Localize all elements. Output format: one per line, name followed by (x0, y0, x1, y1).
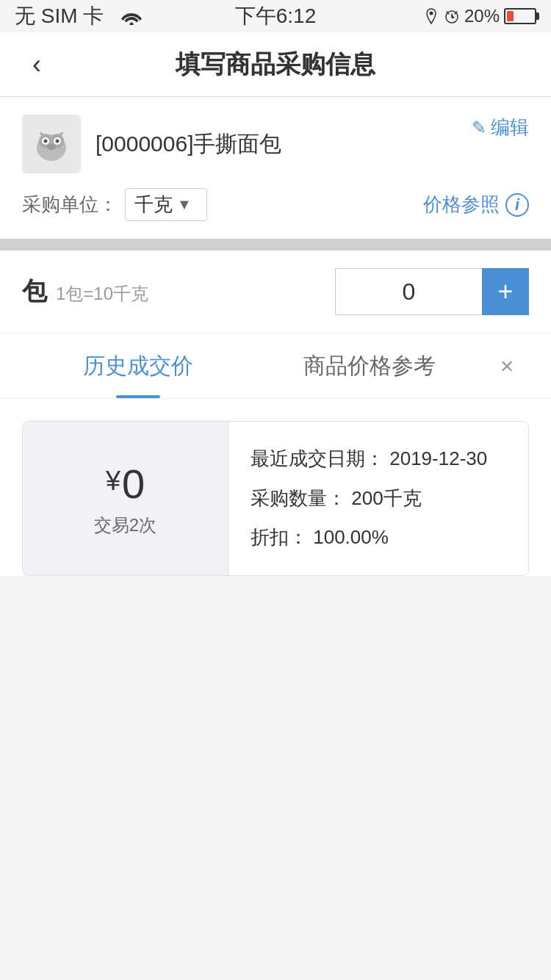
status-right-icons: 20% (423, 6, 536, 26)
edit-icon: ✎ (472, 118, 486, 138)
unit-select[interactable]: 千克 ▼ (125, 188, 207, 221)
status-carrier: 无 SIM 卡 (15, 2, 142, 30)
nav-bar: ‹ 填写商品采购信息 (0, 32, 551, 97)
history-price-display: ¥ 0 (106, 460, 145, 508)
main-content-area (0, 598, 551, 980)
quantity-plus-button[interactable]: + (482, 268, 529, 315)
purchase-quantity-row: 采购数量： 200千克 (251, 483, 506, 514)
product-card: [0000006]手撕面包 ✎ 编辑 采购单位： 千克 ▼ 价格参照 i (0, 97, 551, 239)
product-logo (29, 122, 73, 166)
status-time: 下午6:12 (235, 2, 317, 30)
quantity-conversion: 1包=10千克 (56, 282, 148, 306)
product-name: [0000006]手撕面包 (96, 129, 472, 159)
tab-close-button[interactable]: × (485, 344, 529, 388)
svg-point-9 (56, 140, 60, 143)
tab-active-indicator (116, 395, 160, 398)
quantity-row: 包 1包=10千克 + (0, 251, 551, 334)
price-reference-button[interactable]: 价格参照 i (423, 192, 529, 217)
currency-symbol: ¥ (106, 466, 120, 497)
quantity-unit: 包 (22, 275, 47, 309)
tab-product-price-ref[interactable]: 商品价格参考 (253, 334, 485, 398)
battery-icon (504, 8, 536, 24)
recent-date-row: 最近成交日期： 2019-12-30 (251, 444, 506, 475)
unit-label: 采购单位： 千克 ▼ (22, 188, 207, 221)
discount-row: 折扣： 100.00% (251, 522, 506, 553)
history-card: ¥ 0 交易2次 最近成交日期： 2019-12-30 采购数量： 200千克 … (22, 421, 529, 576)
dropdown-arrow-icon: ▼ (177, 196, 192, 213)
status-bar: 无 SIM 卡 下午6:12 20% (0, 0, 551, 32)
alarm-icon (444, 8, 460, 24)
edit-button[interactable]: ✎ 编辑 (472, 115, 529, 140)
svg-point-0 (129, 22, 133, 25)
tab-header: 历史成交价 商品价格参考 × (0, 334, 551, 399)
battery-percent: 20% (464, 6, 500, 26)
location-icon (423, 8, 439, 24)
back-button[interactable]: ‹ (15, 43, 59, 87)
price-value: 0 (122, 460, 145, 508)
trade-count: 交易2次 (94, 514, 156, 537)
info-icon: i (505, 193, 529, 217)
svg-point-10 (47, 144, 56, 150)
page-title: 填写商品采购信息 (176, 48, 375, 82)
quantity-label: 包 1包=10千克 (22, 275, 148, 309)
product-thumbnail (22, 115, 81, 173)
quantity-input-group: + (335, 268, 529, 315)
tab-panel: 历史成交价 商品价格参考 × ¥ 0 交易2次 最近成交日期： 2019-12-… (0, 334, 551, 576)
quantity-input[interactable] (335, 268, 482, 315)
svg-point-8 (44, 140, 48, 143)
section-divider (0, 239, 551, 251)
tab-history-price[interactable]: 历史成交价 (22, 334, 253, 398)
history-detail-section: 最近成交日期： 2019-12-30 采购数量： 200千克 折扣： 100.0… (228, 422, 528, 575)
svg-point-1 (429, 12, 433, 15)
history-price-section: ¥ 0 交易2次 (23, 422, 228, 575)
